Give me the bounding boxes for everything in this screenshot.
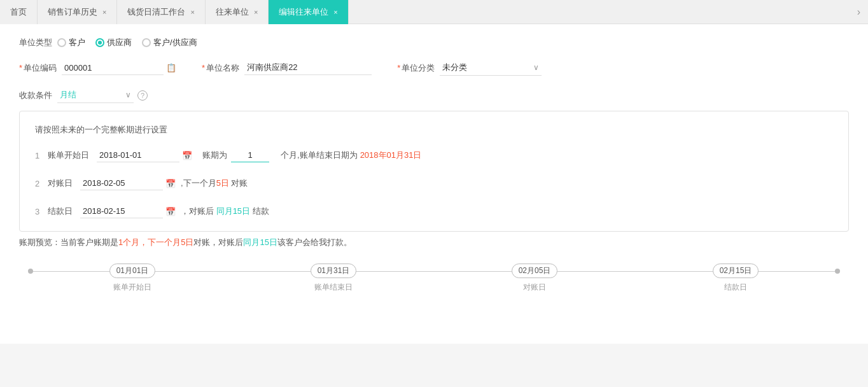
preview-part4: 同月15日: [243, 237, 277, 247]
period-desc-prefix-1: 账期为: [202, 150, 227, 161]
timeline-sub-1: 账单开始日: [113, 282, 151, 293]
close-tab-cash-workbench[interactable]: ×: [190, 8, 194, 16]
unit-type-row: 单位类型 客户 供应商 客户/供应商: [19, 37, 849, 48]
help-icon[interactable]: ?: [137, 90, 148, 101]
radio-both-circle: [142, 38, 151, 47]
timeline-point-3: 02月05日 对账日: [512, 264, 558, 293]
radio-customer-label: 客户: [69, 37, 85, 48]
unit-code-label: 单位编码: [24, 62, 57, 74]
unit-category-select[interactable]: 未分类 ∨: [440, 60, 542, 76]
period-row-3: 3 结款日 📅 ，对账后 同月15日 结款: [35, 204, 833, 218]
unit-code-star: *: [19, 63, 22, 73]
unit-name-star: *: [202, 63, 205, 73]
calendar-icon-2[interactable]: 📅: [165, 179, 176, 188]
unit-name-label: 单位名称: [206, 62, 239, 74]
period-desc-suffix-1: 个月,账单结束日期为: [281, 150, 358, 161]
timeline-badge-4: 02月15日: [713, 264, 759, 278]
radio-both[interactable]: 客户/供应商: [142, 37, 197, 48]
period-start-date-input[interactable]: [97, 148, 179, 162]
tab-partner-units[interactable]: 往来单位 ×: [206, 0, 269, 24]
payment-condition-value: 月结: [60, 89, 123, 101]
period-months-input[interactable]: [231, 148, 269, 162]
timeline-point-1: 01月01日 账单开始日: [109, 264, 156, 293]
period-end-date: 2018年01月31日: [360, 150, 422, 161]
radio-customer[interactable]: 客户: [57, 37, 85, 48]
tab-bar: 首页 销售订单历史 × 钱货日清工作台 × 往来单位 × 编辑往来单位 × ›: [0, 0, 868, 24]
timeline-points: 01月01日 账单开始日 01月31日 账单结束日 02月05日 对账日: [32, 264, 836, 293]
unit-name-group: * 单位名称: [202, 61, 372, 75]
close-tab-partner-units[interactable]: ×: [254, 8, 258, 16]
period-num-3: 3: [35, 207, 48, 216]
preview-part2: 下一个月5日: [148, 237, 193, 247]
timeline-point-2: 01月31日 账单结束日: [311, 264, 357, 293]
tab-cash-workbench[interactable]: 钱货日清工作台 ×: [117, 0, 205, 24]
period-desc-2: ,下一个月5日 对账: [181, 178, 248, 189]
unit-fields-row: * 单位编码 📋 * 单位名称 * 单位分类 未分类 ∨: [19, 60, 849, 76]
close-tab-sales-history[interactable]: ×: [102, 8, 106, 16]
unit-category-value: 未分类: [442, 62, 531, 73]
unit-code-icon[interactable]: 📋: [166, 63, 176, 73]
payment-condition-chevron-icon: ∨: [125, 90, 131, 99]
radio-supplier-circle: [95, 38, 104, 47]
tab-sales-history[interactable]: 销售订单历史 ×: [38, 0, 117, 24]
unit-code-group: * 单位编码 📋: [19, 61, 176, 75]
unit-category-star: *: [397, 63, 400, 73]
period-label-1: 账单开始日: [48, 150, 89, 161]
timeline-wrapper: 01月01日 账单开始日 01月31日 账单结束日 02月05日 对账日: [19, 264, 849, 318]
payment-condition-label: 收款条件: [19, 90, 52, 101]
preview-text: 账期预览：当前客户账期是1个月，下一个月5日对账，对账后同月15日该客户会给我打…: [19, 237, 849, 248]
unit-type-radio-group: 客户 供应商 客户/供应商: [57, 37, 197, 48]
preview-section: 账期预览：当前客户账期是1个月，下一个月5日对账，对账后同月15日该客户会给我打…: [19, 232, 849, 331]
unit-code-input[interactable]: [62, 61, 164, 75]
calendar-icon-1[interactable]: 📅: [182, 151, 192, 160]
payment-condition-row: 收款条件 月结 ∨ ?: [19, 87, 849, 103]
period-num-2: 2: [35, 179, 48, 188]
period-box: 请按照未来的一个完整帐期进行设置 1 账单开始日 📅 账期为 个月,账单结束日期…: [19, 111, 849, 232]
timeline-sub-4: 结款日: [724, 282, 747, 293]
timeline-sub-2: 账单结束日: [314, 282, 353, 293]
unit-category-label: 单位分类: [402, 62, 435, 74]
unit-category-chevron-icon: ∨: [533, 63, 539, 72]
timeline-badge-3: 02月05日: [512, 264, 558, 278]
timeline-badge-2: 01月31日: [311, 264, 357, 278]
period-row-1: 1 账单开始日 📅 账期为 个月,账单结束日期为 2018年01月31日: [35, 148, 833, 162]
period-account-date-input[interactable]: [80, 176, 163, 190]
period-box-title: 请按照未来的一个完整帐期进行设置: [35, 124, 833, 136]
tab-edit-partner[interactable]: 编辑往来单位 ×: [269, 0, 348, 24]
period-label-2: 对账日: [48, 178, 73, 189]
timeline-badge-1: 01月01日: [109, 264, 156, 278]
payment-condition-select[interactable]: 月结 ∨: [57, 87, 134, 103]
timeline-point-4: 02月15日 结款日: [713, 264, 759, 293]
radio-supplier[interactable]: 供应商: [95, 37, 132, 48]
unit-type-label: 单位类型: [19, 37, 52, 48]
period-desc-3: ，对账后 同月15日 结款: [181, 206, 269, 217]
period-row-2: 2 对账日 📅 ,下一个月5日 对账: [35, 176, 833, 190]
radio-customer-circle: [57, 38, 66, 47]
preview-part1: 1个月，: [118, 237, 148, 247]
tab-more-button[interactable]: ›: [850, 6, 868, 18]
radio-both-label: 客户/供应商: [153, 37, 197, 48]
period-num-1: 1: [35, 151, 48, 160]
tab-home[interactable]: 首页: [0, 0, 38, 24]
main-content: 单位类型 客户 供应商 客户/供应商 * 单位编码 📋 * 单位名称: [0, 24, 868, 344]
preview-part5: 该客户会给我打款。: [277, 237, 352, 247]
unit-name-input[interactable]: [244, 61, 372, 75]
unit-category-group: * 单位分类 未分类 ∨: [397, 60, 542, 76]
close-tab-edit-partner[interactable]: ×: [333, 8, 337, 16]
period-payment-date-input[interactable]: [80, 204, 163, 218]
preview-label: 账期预览：当前客户账期是: [19, 237, 118, 247]
radio-supplier-label: 供应商: [107, 37, 132, 48]
timeline-sub-3: 对账日: [523, 282, 546, 293]
calendar-icon-3[interactable]: 📅: [165, 207, 176, 216]
preview-part3: 对账，对账后: [193, 237, 243, 247]
period-label-3: 结款日: [48, 206, 73, 217]
